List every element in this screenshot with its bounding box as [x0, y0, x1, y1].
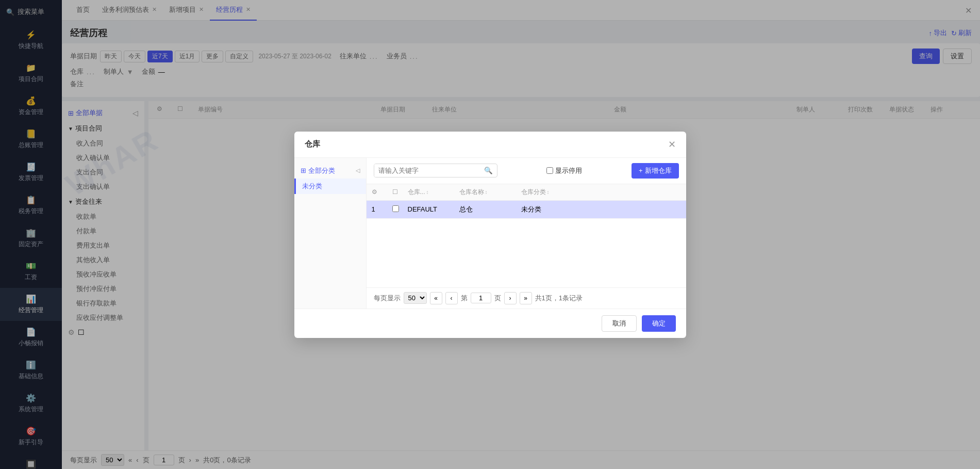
modal-header: 仓库 ✕	[294, 132, 686, 158]
modal-per-page-label: 每页显示	[374, 294, 401, 303]
modal-toolbar: 🔍 显示停用 + 新增仓库	[367, 158, 686, 184]
modal-title: 仓库	[305, 139, 320, 149]
modal-th-category: 仓库分类 ↕	[521, 188, 583, 197]
table-row[interactable]: 1 DEFAULT 总仓 未分类	[367, 201, 686, 219]
modal-th-gear[interactable]: ⚙	[372, 188, 392, 197]
modal-page-input[interactable]	[471, 293, 491, 303]
row-checkbox[interactable]	[392, 205, 408, 214]
modal-right-panel: 🔍 显示停用 + 新增仓库 ⚙ ☐	[367, 158, 686, 309]
row-code: DEFAULT	[408, 205, 459, 213]
row-num: 1	[372, 205, 392, 213]
modal-page-prev[interactable]: ‹	[445, 292, 458, 304]
show-disabled-checkbox[interactable]	[546, 167, 553, 174]
modal-overlay: 仓库 ✕ ⊞ 全部分类 ◁ 未分类 🔍	[0, 0, 980, 469]
row-name: 总仓	[459, 205, 521, 214]
warehouse-modal: 仓库 ✕ ⊞ 全部分类 ◁ 未分类 🔍	[294, 132, 686, 338]
modal-page-first[interactable]: «	[430, 292, 442, 304]
grid-icon-modal: ⊞	[301, 167, 306, 174]
show-disabled-label[interactable]: 显示停用	[546, 166, 582, 175]
modal-total: 共1页，1条记录	[535, 294, 583, 303]
modal-table-header: ⚙ ☐ 仓库... ↕ 仓库名称 ↕ 仓库分类 ↕	[367, 184, 686, 201]
modal-body: ⊞ 全部分类 ◁ 未分类 🔍 显示停用	[294, 158, 686, 309]
modal-footer: 取消 确定	[294, 309, 686, 338]
row-category: 未分类	[521, 205, 583, 214]
modal-close-button[interactable]: ✕	[668, 139, 676, 150]
modal-search-button[interactable]: 🔍	[480, 164, 497, 177]
modal-search-box: 🔍	[374, 164, 497, 177]
modal-cancel-button[interactable]: 取消	[602, 315, 637, 332]
modal-table: ⚙ ☐ 仓库... ↕ 仓库名称 ↕ 仓库分类 ↕ 1	[367, 184, 686, 287]
modal-th-checkbox[interactable]: ☐	[392, 188, 408, 197]
modal-collapse-btn[interactable]: ◁	[356, 167, 360, 174]
modal-page-last[interactable]: »	[520, 292, 532, 304]
add-warehouse-button[interactable]: + 新增仓库	[632, 163, 679, 179]
modal-th-name: 仓库名称 ↕	[459, 188, 521, 197]
modal-all-category[interactable]: ⊞ 全部分类 ◁	[294, 163, 366, 179]
modal-category-panel: ⊞ 全部分类 ◁ 未分类	[294, 158, 367, 309]
modal-per-page-select[interactable]: 50	[404, 292, 427, 304]
modal-th-code: 仓库... ↕	[408, 188, 459, 197]
modal-uncategorized[interactable]: 未分类	[294, 179, 366, 194]
modal-confirm-button[interactable]: 确定	[642, 315, 676, 332]
modal-page-label: 第	[461, 294, 468, 303]
modal-pagination: 每页显示 50 « ‹ 第 页 › » 共1页，1条记录	[367, 287, 686, 309]
modal-page-next[interactable]: ›	[504, 292, 517, 304]
modal-search-input[interactable]	[374, 164, 480, 177]
modal-page-suffix: 页	[494, 294, 501, 303]
plus-icon: +	[639, 167, 643, 174]
